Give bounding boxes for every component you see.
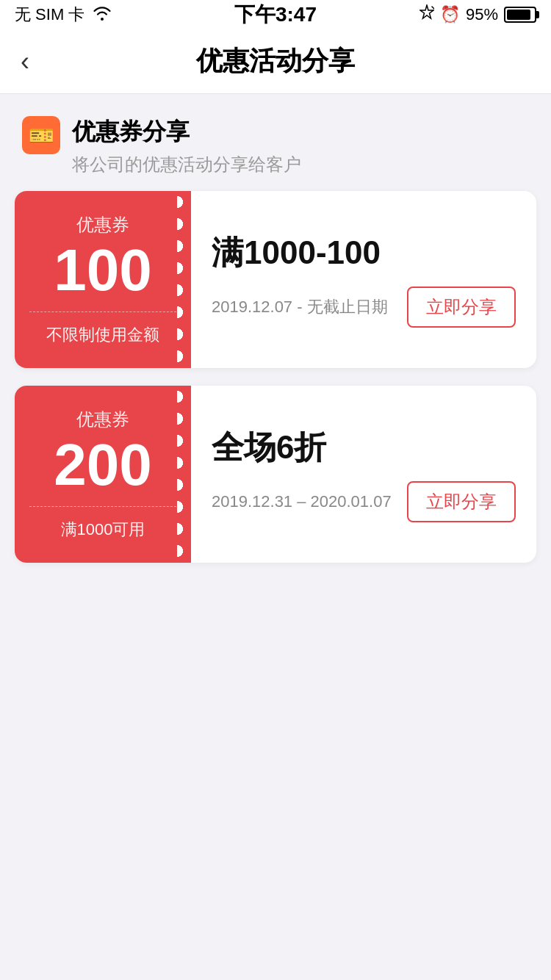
- location-icon: [419, 4, 434, 25]
- status-right: ⏰ 95%: [419, 4, 536, 25]
- section-icon: 🎫: [22, 116, 60, 154]
- coupon-label-1: 优惠券: [76, 408, 129, 431]
- coupon-divider-1: [29, 506, 176, 507]
- section-text-group: 优惠券分享 将公司的优惠活动分享给客户: [72, 116, 301, 176]
- nav-bar: ‹ 优惠活动分享: [0, 29, 551, 94]
- coupon-name-1: 全场6折: [212, 426, 516, 469]
- coupon-name-0: 满1000-100: [212, 231, 516, 275]
- alarm-icon: ⏰: [440, 5, 460, 24]
- coupon-date-0: 2019.12.07 - 无截止日期: [212, 296, 395, 318]
- coupon-card: 优惠券 200 满1000可用 全场6折 2019.12.31 – 2020.0…: [15, 386, 536, 563]
- share-button-0[interactable]: 立即分享: [407, 287, 516, 328]
- wifi-icon: [92, 4, 112, 25]
- coupon-left-0: 优惠券 100 不限制使用金额: [15, 191, 191, 368]
- battery-fill: [507, 10, 530, 20]
- battery-icon: [504, 7, 536, 23]
- coupon-right-0: 满1000-100 2019.12.07 - 无截止日期 立即分享: [191, 191, 536, 368]
- section-subtitle: 将公司的优惠活动分享给客户: [72, 153, 301, 176]
- coupon-right-1: 全场6折 2019.12.31 – 2020.01.07 立即分享: [191, 386, 536, 563]
- section-title: 优惠券分享: [72, 116, 301, 148]
- section-header: 🎫 优惠券分享 将公司的优惠活动分享给客户: [0, 94, 551, 191]
- coupon-condition-0: 不限制使用金额: [46, 324, 159, 346]
- coupon-amount-1: 200: [54, 436, 151, 494]
- coupon-date-1: 2019.12.31 – 2020.01.07: [212, 492, 395, 511]
- share-button-1[interactable]: 立即分享: [407, 481, 516, 522]
- battery-percent: 95%: [466, 5, 498, 24]
- carrier-text: 无 SIM 卡: [15, 4, 84, 26]
- coupon-card: 优惠券 100 不限制使用金额 满1000-100 2019.12.07 - 无…: [15, 191, 536, 368]
- coupon-label-0: 优惠券: [76, 213, 129, 237]
- back-button[interactable]: ‹: [21, 46, 29, 77]
- section-icon-emoji: 🎫: [29, 123, 54, 148]
- coupon-meta-1: 2019.12.31 – 2020.01.07 立即分享: [212, 481, 516, 522]
- coupon-meta-0: 2019.12.07 - 无截止日期 立即分享: [212, 287, 516, 328]
- coupon-left-inner-0: 优惠券 100 不限制使用金额: [29, 213, 176, 346]
- coupon-condition-1: 满1000可用: [61, 519, 145, 541]
- status-bar: 无 SIM 卡 下午3:47 ⏰ 95%: [0, 0, 551, 29]
- status-left: 无 SIM 卡: [15, 4, 112, 26]
- coupon-left-1: 优惠券 200 满1000可用: [15, 386, 191, 563]
- page-title: 优惠活动分享: [196, 43, 355, 79]
- coupon-amount-0: 100: [54, 241, 151, 300]
- coupon-divider-0: [29, 311, 176, 312]
- status-time: 下午3:47: [234, 1, 317, 29]
- empty-area: [0, 580, 551, 980]
- coupon-list: 优惠券 100 不限制使用金额 满1000-100 2019.12.07 - 无…: [0, 191, 551, 580]
- coupon-left-inner-1: 优惠券 200 满1000可用: [29, 408, 176, 541]
